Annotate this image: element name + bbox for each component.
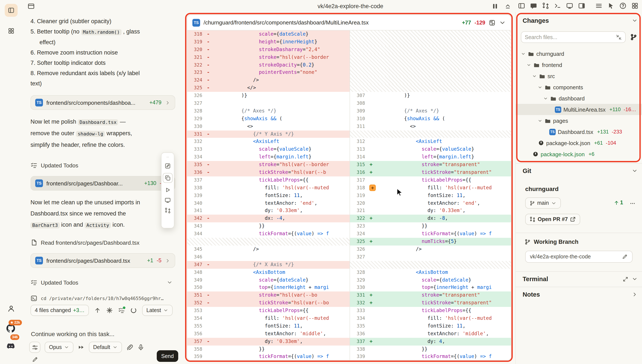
account-icon[interactable]	[7, 305, 15, 312]
package-icon	[532, 151, 538, 157]
tree-folder[interactable]: components	[516, 82, 642, 93]
code-text: }}	[375, 222, 511, 230]
git-compare-icon[interactable]	[542, 2, 549, 10]
panel-left-icon[interactable]	[518, 2, 525, 10]
titlebar: vk/4e2a-explore-the-code	[0, 0, 642, 12]
file-chip[interactable]: TSfrontend/src/pages/Dashboard.tsx+1-5	[31, 253, 175, 268]
collapse-icon[interactable]	[504, 2, 511, 10]
chat-icon[interactable]	[530, 2, 537, 10]
copy-button[interactable]	[163, 173, 173, 183]
window-icon[interactable]	[28, 2, 35, 10]
diff-row: 338 fill: 'hsl(var(--muted318 fill: 'hsl…	[187, 184, 511, 192]
ahead-count: 1	[620, 200, 623, 206]
working-branch-value: vk/4e2a-explore-the-code	[530, 254, 619, 260]
chevron-down-icon	[632, 168, 638, 174]
file-chip[interactable]: TSfrontend/src/components/dashboa...+479	[31, 95, 175, 110]
latest-dropdown[interactable]: Latest	[142, 305, 173, 316]
files-changed-chip[interactable]: 4 files changed +3…	[31, 305, 89, 316]
edit-branch-icon[interactable]	[622, 254, 628, 260]
tree-file[interactable]: TSDashboard.tsx+131-233	[516, 126, 642, 137]
tree-folder[interactable]: frontend	[516, 59, 642, 70]
line-number: 339	[350, 353, 367, 360]
tree-label: components	[553, 84, 583, 90]
tree-file[interactable]: TSMultiLineArea.tsx+110-16…	[516, 104, 642, 115]
right-panel: Changes Search files... churnguardfronte…	[515, 12, 642, 364]
edit-icon[interactable]	[165, 163, 171, 169]
git-header[interactable]: Git	[523, 166, 638, 175]
line-number: 314	[350, 154, 367, 161]
tree-file[interactable]: package-lock.json+61-104	[516, 137, 642, 148]
git-title: Git	[523, 168, 531, 174]
line-number: 335	[350, 322, 367, 330]
todos-icon[interactable]	[118, 307, 125, 314]
preview-icon[interactable]	[165, 197, 171, 204]
git-branch-icon[interactable]	[630, 34, 637, 41]
collapse-tree-icon[interactable]	[616, 34, 622, 40]
branch-dropdown[interactable]: main	[525, 198, 561, 208]
tree-folder[interactable]: pages	[516, 115, 642, 126]
tree-folder[interactable]: src	[516, 70, 642, 82]
diff-cell: 348 <AxisBottom	[187, 268, 350, 276]
code-text: }}	[375, 345, 511, 353]
diff-marker	[204, 107, 212, 115]
file-chip[interactable]: TSfrontend/src/pages/Dashboar...+130-233	[31, 176, 175, 190]
diff-marker	[367, 222, 375, 230]
run-icon[interactable]	[165, 187, 171, 193]
panel-right-icon[interactable]	[578, 2, 585, 10]
diff-view-icon[interactable]	[489, 19, 495, 26]
display-icon[interactable]	[566, 2, 573, 10]
pause-icon[interactable]	[491, 2, 499, 10]
diff-cell: 319- height={innerHeight}	[187, 38, 350, 46]
todos-row[interactable]: Updated Todos	[31, 278, 175, 287]
composer-input[interactable]: Continue working on this task...	[31, 330, 115, 338]
help-icon[interactable]	[619, 2, 626, 10]
drag-handle-icon[interactable]	[165, 156, 171, 159]
more-options-icon[interactable]	[629, 200, 636, 207]
menu-icon[interactable]	[595, 2, 602, 10]
tree-folder[interactable]: churnguard	[516, 48, 642, 59]
grid-icon[interactable]	[631, 2, 638, 10]
line-number: 325	[350, 238, 367, 246]
todos-row[interactable]: Updated Todos	[31, 161, 175, 170]
send-button[interactable]: Send	[157, 350, 178, 362]
terminal-section[interactable]: Terminal	[523, 275, 638, 283]
paperclip-icon[interactable]	[126, 344, 133, 351]
read-file-row[interactable]: Read frontend/src/pages/Dashboard.tsx	[31, 238, 175, 247]
terminal-icon[interactable]	[554, 2, 561, 10]
mic-icon[interactable]	[137, 344, 144, 351]
add-comment-button[interactable]: +	[369, 184, 376, 191]
list-line: 8. Remove redundant axis labels (x/y lab…	[31, 68, 175, 78]
home-button[interactable]	[5, 4, 18, 17]
model-dropdown[interactable]: Opus	[45, 342, 74, 353]
open-pr-button[interactable]: Open PR #7	[525, 214, 580, 225]
line-number: 339	[187, 192, 204, 200]
diff-marker: +	[367, 161, 375, 169]
fast-forward-icon[interactable]	[78, 344, 85, 351]
draw-icon[interactable]	[32, 356, 38, 363]
diff-cell: 341 dy: '0.33em',	[187, 207, 350, 215]
workspaces-button[interactable]	[5, 24, 18, 37]
changes-header[interactable]: Changes	[523, 16, 638, 25]
diff-marker	[204, 100, 212, 107]
code-text: <>	[212, 122, 350, 130]
diff-marker: -	[204, 46, 212, 54]
github-icon[interactable]	[7, 324, 15, 333]
code-text: stroke="transparent"	[375, 292, 511, 300]
chevron-down-icon[interactable]	[499, 19, 506, 26]
cursor-icon[interactable]	[607, 2, 614, 10]
settings-button[interactable]	[29, 342, 40, 353]
notes-section[interactable]: Notes	[523, 290, 638, 299]
tree-folder[interactable]: dashboard	[516, 93, 642, 104]
terminal-command-row[interactable]: cd /private/var/folders/10/h7w0q46556ggr…	[31, 294, 175, 302]
working-branch-input[interactable]: vk/4e2a-explore-the-code	[525, 251, 632, 263]
file-search-input[interactable]: Search files...	[521, 31, 626, 43]
diff-cell: 326 )}	[187, 92, 350, 100]
mode-dropdown[interactable]: Default	[89, 342, 122, 353]
git-compare-icon[interactable]	[165, 207, 171, 214]
diff-marker: +	[367, 299, 375, 307]
discord-icon[interactable]	[7, 342, 15, 351]
scroll-top-icon[interactable]	[94, 307, 101, 314]
asterisk-icon[interactable]	[106, 307, 113, 314]
expand-icon[interactable]	[623, 276, 628, 282]
tree-file[interactable]: package-lock.json+6	[516, 148, 642, 160]
